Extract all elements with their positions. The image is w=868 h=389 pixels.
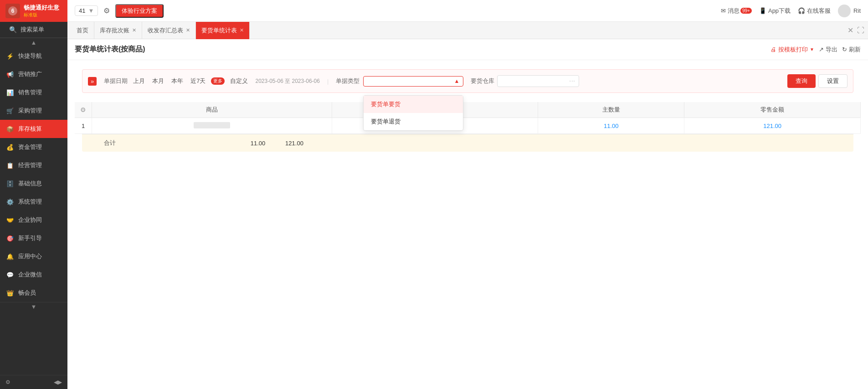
- app-logo: 6 畅捷通好生意 标准版: [0, 0, 67, 22]
- tab-close-inventory-batch[interactable]: ✕: [132, 27, 136, 33]
- refresh-btn[interactable]: ↻ 刷新: [842, 46, 861, 54]
- data-table: ⚙ 商品 主计量单位 主数量 零售金额 1: [75, 102, 861, 134]
- topbar-left: 41 ▼ ⚙ 体验行业方案: [75, 4, 164, 18]
- date-btn-custom[interactable]: 自定义: [228, 76, 250, 86]
- filter-bar: » 单据日期 上月 本月 本年 近7天 更多 自定义 2023-05-06 至 …: [82, 69, 853, 93]
- table-row: 1 块 11.00 121.00: [75, 118, 861, 134]
- type-input-box[interactable]: ▲: [363, 76, 463, 87]
- user-block[interactable]: Rit: [838, 5, 861, 17]
- sidebar-item-system[interactable]: ⚙️ 系统管理: [0, 193, 67, 211]
- sidebar-footer: ⚙ ◀▶: [0, 375, 67, 389]
- tab-inventory-batch[interactable]: 库存批次账 ✕: [94, 22, 142, 39]
- sidebar-item-purchase[interactable]: 🛒 采购管理: [0, 102, 67, 120]
- export-btn[interactable]: ↗ 导出: [819, 46, 837, 54]
- sidebar-item-collab[interactable]: 🤝 企业协同: [0, 211, 67, 229]
- settings-button[interactable]: 设置: [818, 74, 847, 88]
- collab-icon: 🤝: [5, 215, 15, 225]
- tab-receivable-summary-label: 收发存汇总表: [148, 26, 183, 35]
- footer-amount: 121.00: [276, 140, 313, 147]
- page-container: 要货单统计表(按商品) 🖨 按模板打印 ▼ ↗ 导出 ↻ 刷新: [67, 39, 868, 389]
- col-quantity: 主数量: [538, 102, 684, 118]
- collapse-btn[interactable]: ◀▶: [54, 379, 62, 385]
- sidebar-item-label: 企业微信: [18, 271, 42, 279]
- type-dropdown-menu: 要货单要货 要货单退货: [363, 95, 463, 131]
- sidebar-item-finance[interactable]: 💰 资金管理: [0, 138, 67, 156]
- tab-close-receivable-summary[interactable]: ✕: [186, 27, 190, 33]
- tab-home[interactable]: 首页: [71, 22, 94, 39]
- sidebar-item-appstore[interactable]: 🔔 应用中心: [0, 247, 67, 266]
- message-icon: ✉: [721, 7, 726, 14]
- app-download-btn[interactable]: 📱 App下载: [759, 7, 791, 15]
- basics-icon: 🗄️: [5, 179, 15, 188]
- guide-icon: 🎯: [5, 234, 15, 243]
- close-all-tabs-btn[interactable]: ✕: [847, 26, 853, 35]
- sidebar-item-operations[interactable]: 📋 经营管理: [0, 156, 67, 174]
- dropdown-item-order-goods[interactable]: 要货单要货: [364, 96, 463, 113]
- message-label: 消息: [728, 7, 740, 15]
- sidebar-item-label: 新手引导: [18, 234, 42, 242]
- scroll-up-btn[interactable]: ▲: [0, 38, 67, 47]
- promo-button[interactable]: 体验行业方案: [115, 4, 164, 18]
- table-container: ⚙ 商品 主计量单位 主数量 零售金额 1: [75, 102, 861, 134]
- sidebar-item-label: 系统管理: [18, 198, 42, 206]
- sidebar-item-label: 快捷导航: [18, 52, 42, 60]
- marketing-icon: 📢: [5, 70, 15, 79]
- quick-nav-icon: ⚡: [5, 51, 15, 61]
- table-settings-icon[interactable]: ⚙: [80, 106, 86, 113]
- cell-amount[interactable]: 121.00: [684, 118, 861, 134]
- service-icon: 🎧: [798, 7, 805, 14]
- refresh-label: 刷新: [849, 46, 861, 54]
- topbar-right: ✉ 消息 99+ 📱 App下载 🎧 在线客服 Rit: [721, 5, 861, 17]
- table-footer: 合计 11.00 121.00: [82, 134, 853, 152]
- table-body: 1 块 11.00 121.00: [75, 118, 861, 134]
- sidebar-item-quick-nav[interactable]: ⚡ 快捷导航: [0, 47, 67, 65]
- message-badge: 99+: [740, 8, 752, 14]
- sidebar-item-label: 库存核算: [18, 125, 42, 133]
- footer-quantity: 11.00: [240, 140, 276, 147]
- query-button[interactable]: 查询: [787, 74, 816, 88]
- sidebar-item-guide[interactable]: 🎯 新手引导: [0, 229, 67, 247]
- filter-expand-btn[interactable]: »: [88, 77, 97, 86]
- template-print-btn[interactable]: 🖨 按模板打印 ▼: [770, 46, 814, 54]
- type-dropdown-arrow-icon: ▲: [454, 78, 459, 84]
- filter-section: » 单据日期 上月 本月 本年 近7天 更多 自定义 2023-05-06 至 …: [67, 60, 868, 102]
- warehouse-input-box[interactable]: ···: [497, 75, 579, 87]
- company-selector[interactable]: 41 ▼: [75, 5, 98, 16]
- date-more-badge[interactable]: 更多: [211, 77, 225, 85]
- tab-close-order-stats[interactable]: ✕: [240, 27, 244, 33]
- date-btn-last-month[interactable]: 上月: [131, 76, 147, 86]
- search-menu[interactable]: 🔍 搜索菜单: [0, 22, 67, 38]
- svg-text:6: 6: [11, 8, 15, 14]
- sidebar-item-marketing[interactable]: 📢 营销推广: [0, 65, 67, 83]
- date-btn-last-7days[interactable]: 近7天: [189, 76, 207, 86]
- date-btn-this-year[interactable]: 本年: [169, 76, 185, 86]
- appstore-icon: 🔔: [5, 252, 15, 261]
- topbar-gear-icon[interactable]: ⚙: [103, 6, 110, 15]
- sidebar-item-label: 企业协同: [18, 216, 42, 224]
- sidebar-item-label: 畅会员: [18, 289, 36, 297]
- tab-expand-btn[interactable]: ⛶: [857, 26, 864, 35]
- tab-order-stats[interactable]: 要货单统计表 ✕: [196, 22, 250, 39]
- sidebar-item-basics[interactable]: 🗄️ 基础信息: [0, 174, 67, 193]
- sidebar-item-member[interactable]: 👑 畅会员: [0, 284, 67, 302]
- sidebar-item-inventory[interactable]: 📦 库存核算: [0, 120, 67, 138]
- date-range-text: 2023-05-06 至 2023-06-06: [255, 77, 319, 85]
- username-label: Rit: [853, 7, 861, 14]
- settings-btn[interactable]: ⚙: [5, 379, 10, 385]
- tab-receivable-summary[interactable]: 收发存汇总表 ✕: [142, 22, 196, 39]
- inventory-icon: 📦: [5, 124, 15, 133]
- type-input[interactable]: [367, 78, 452, 85]
- sidebar-item-wechat[interactable]: 💬 企业微信: [0, 266, 67, 284]
- filter-actions: 查询 设置: [787, 74, 847, 88]
- dropdown-item-return-goods[interactable]: 要货单退货: [364, 113, 463, 130]
- online-service-btn[interactable]: 🎧 在线客服: [798, 7, 831, 15]
- message-btn[interactable]: ✉ 消息 99+: [721, 7, 752, 15]
- main-content: 41 ▼ ⚙ 体验行业方案 ✉ 消息 99+ 📱 App下载 🎧 在线客服 R: [67, 0, 868, 389]
- finance-icon: 💰: [5, 143, 15, 152]
- scroll-down-btn[interactable]: ▼: [0, 302, 67, 311]
- avatar: [838, 5, 851, 17]
- cell-quantity[interactable]: 11.00: [538, 118, 684, 134]
- tabs-bar: 首页 库存批次账 ✕ 收发存汇总表 ✕ 要货单统计表 ✕ ✕ ⛶: [67, 22, 868, 39]
- date-btn-this-month[interactable]: 本月: [150, 76, 166, 86]
- sidebar-item-sales[interactable]: 📊 销售管理: [0, 83, 67, 102]
